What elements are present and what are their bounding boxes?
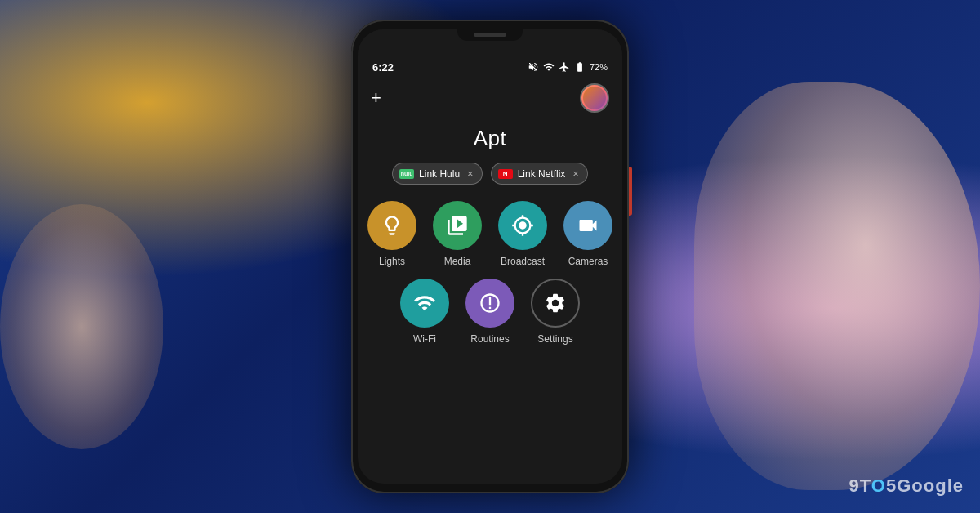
media-icon [446, 214, 469, 237]
settings-icon [544, 292, 567, 314]
chips-row: hulu Link Hulu × N Link Netflix × [392, 163, 588, 185]
speaker-grille [474, 33, 506, 37]
phone-screen: 6:22 72% + Apt [358, 29, 622, 484]
chip-netflix-close[interactable]: × [572, 167, 579, 180]
chip-netflix[interactable]: N Link Netflix × [491, 163, 588, 185]
wifi-icon [413, 292, 436, 314]
icon-grid-row2: Wi-Fi Routines [396, 279, 584, 345]
icon-circle-cameras [564, 201, 612, 250]
notch [457, 29, 523, 41]
notch-area [358, 29, 622, 54]
watermark: 9TO5Google [849, 475, 964, 497]
chip-hulu-close[interactable]: × [467, 167, 474, 180]
icon-item-broadcast[interactable]: Broadcast [494, 201, 551, 267]
icon-item-routines[interactable]: Routines [461, 279, 519, 345]
battery-percent: 72% [590, 62, 608, 72]
icon-label-settings: Settings [537, 333, 572, 345]
lightbulb-icon [381, 214, 403, 237]
icon-circle-routines [466, 279, 514, 328]
icon-label-media: Media [444, 256, 471, 267]
icon-item-media[interactable]: Media [429, 201, 486, 267]
icon-grid-row1: Lights Media [363, 201, 617, 267]
broadcast-icon [511, 214, 534, 237]
avatar[interactable] [580, 83, 609, 113]
airplane-icon [559, 61, 570, 73]
icon-item-lights[interactable]: Lights [363, 201, 421, 267]
wifi-status-icon [543, 61, 555, 73]
icon-circle-broadcast [498, 201, 547, 250]
icon-label-broadcast: Broadcast [501, 256, 545, 267]
home-title: Apt [474, 126, 507, 151]
status-icons: 72% [528, 61, 608, 73]
icon-circle-settings [531, 279, 580, 328]
icon-circle-media [433, 201, 482, 250]
chip-netflix-label: Link Netflix [518, 168, 566, 180]
icon-item-wifi[interactable]: Wi-Fi [396, 279, 453, 345]
add-button[interactable]: + [371, 89, 381, 107]
phone-device: 6:22 72% + Apt [351, 20, 629, 493]
avatar-image [583, 87, 606, 109]
icon-label-cameras: Cameras [568, 256, 608, 267]
top-bar: + [371, 83, 609, 113]
mute-icon [528, 61, 539, 73]
battery-icon [574, 61, 586, 73]
icon-circle-wifi [400, 279, 449, 328]
hulu-logo: hulu [399, 169, 414, 179]
icon-label-lights: Lights [379, 256, 405, 267]
side-button [629, 167, 632, 216]
icon-circle-lights [368, 201, 416, 250]
camera-icon [577, 214, 599, 237]
icon-item-settings[interactable]: Settings [527, 279, 584, 345]
icon-item-cameras[interactable]: Cameras [559, 201, 617, 267]
chip-hulu-label: Link Hulu [419, 168, 460, 180]
status-bar: 6:22 72% [358, 54, 622, 77]
routines-icon [479, 292, 501, 314]
chip-hulu[interactable]: hulu Link Hulu × [392, 163, 483, 185]
hand-left-decoration [0, 204, 163, 449]
icon-label-wifi: Wi-Fi [413, 333, 436, 345]
icon-label-routines: Routines [470, 333, 509, 345]
netflix-logo: N [498, 169, 513, 179]
hand-right-decoration [694, 82, 980, 490]
app-content: + Apt hulu Link Hulu × N Link Netflix × [358, 77, 622, 351]
status-time: 6:22 [372, 61, 394, 74]
